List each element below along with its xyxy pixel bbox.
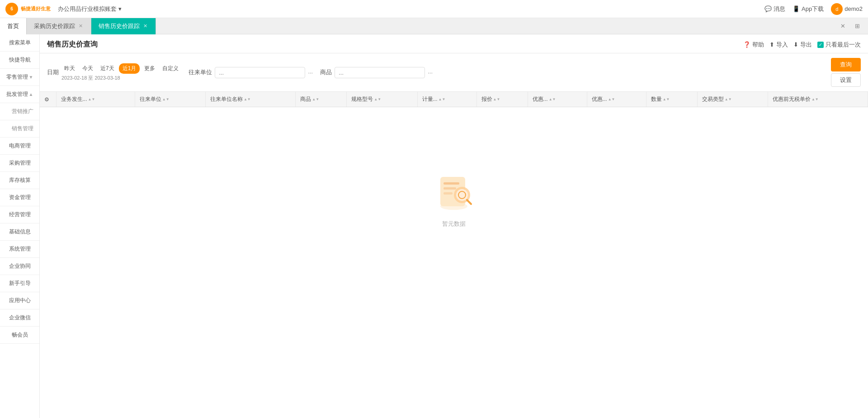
message-btn[interactable]: 💬 消息: [764, 5, 785, 13]
settings-button[interactable]: 设置: [831, 73, 861, 87]
sidebar-ecommerce-mgmt-label: 电商管理: [9, 142, 31, 150]
dropdown-icon: ▾: [118, 5, 122, 12]
th-partner-code[interactable]: 往来单位 ▲▼: [135, 92, 205, 107]
svg-rect-2: [443, 182, 459, 185]
sidebar-operations-mgmt-label: 经营管理: [9, 211, 31, 218]
sidebar-item-retail-mgmt[interactable]: 零售管理 ▼: [0, 69, 39, 86]
app-selector[interactable]: 办公用品行业模拟账套 ▾: [54, 3, 125, 15]
page-header: 销售历史价查询 ❓ 帮助 ⬆ 导入 ⬇ 导出 ✓ 只看最后一次: [40, 34, 868, 53]
tab-sales-history[interactable]: 销售历史价跟踪 ✕: [91, 18, 156, 34]
sort-arrows-discount2: ▲▼: [608, 97, 615, 101]
sidebar-enterprise-collab-label: 企业协同: [9, 262, 31, 270]
date-btn-custom[interactable]: 自定义: [160, 63, 181, 74]
top-bar-left: 6 畅捷通好生意 办公用品行业模拟账套 ▾: [5, 3, 125, 15]
th-biz-date[interactable]: 业务发生... ▲▼: [56, 92, 135, 107]
empty-icon: [431, 168, 476, 214]
sidebar-item-basic-info[interactable]: 基础信息: [0, 223, 39, 241]
app-download-btn[interactable]: 📱 App下载: [793, 5, 824, 13]
tab-sales-history-close[interactable]: ✕: [142, 22, 148, 30]
sidebar-item-marketing[interactable]: 营销推广: [0, 103, 39, 120]
sidebar-item-enterprise-collab[interactable]: 企业协同: [0, 258, 39, 275]
username: demo2: [844, 5, 863, 12]
filter-actions: 查询 设置: [831, 58, 861, 87]
th-quantity[interactable]: 数量 ▲▼: [646, 92, 697, 107]
sidebar-item-ecommerce-mgmt[interactable]: 电商管理: [0, 138, 39, 155]
th-discount2[interactable]: 优惠... ▲▼: [587, 92, 646, 107]
partner-filter-input[interactable]: [215, 67, 305, 78]
app-download-label: App下载: [802, 5, 824, 13]
svg-point-6: [456, 189, 468, 201]
export-label: 导出: [800, 41, 812, 49]
sort-arrows-spec: ▲▼: [374, 97, 381, 101]
sidebar-retail-mgmt-arrow: ▼: [29, 75, 33, 80]
sidebar-item-operations-mgmt[interactable]: 经营管理: [0, 206, 39, 223]
th-product-label: 商品: [300, 95, 311, 103]
avatar: d: [831, 3, 843, 15]
th-quoted-price[interactable]: 报价 ▲▼: [476, 92, 528, 107]
import-btn[interactable]: ⬆ 导入: [769, 41, 788, 49]
import-icon: ⬆: [769, 41, 774, 48]
th-product[interactable]: 商品 ▲▼: [296, 92, 347, 107]
tab-purchase-history-close[interactable]: ✕: [78, 22, 84, 30]
sidebar-marketing-label: 营销推广: [12, 108, 33, 115]
product-filter-input[interactable]: [335, 67, 425, 78]
svg-rect-3: [443, 187, 456, 190]
help-label: 帮助: [752, 41, 764, 49]
th-pre-tax-price[interactable]: 优惠前无税单价 ▲▼: [768, 92, 868, 107]
sidebar-search-menu-label: 搜索菜单: [9, 39, 31, 47]
sidebar-item-enterprise-wechat[interactable]: 企业微信: [0, 309, 39, 327]
sidebar-item-finance-mgmt[interactable]: 资金管理: [0, 189, 39, 206]
date-btn-7days[interactable]: 近7天: [98, 63, 117, 74]
date-btn-1month[interactable]: 近1月: [119, 63, 140, 74]
date-filter-label: 日期: [47, 68, 59, 76]
date-btn-yesterday[interactable]: 昨天: [61, 63, 78, 74]
sidebar-beginner-guide-label: 新手引导: [9, 280, 31, 287]
sidebar-item-app-center[interactable]: 应用中心: [0, 292, 39, 309]
sidebar-item-inventory[interactable]: 库存核算: [0, 172, 39, 189]
sidebar-item-system-mgmt[interactable]: 系统管理: [0, 241, 39, 258]
sidebar-purchase-mgmt-label: 采购管理: [9, 159, 31, 167]
th-partner-name[interactable]: 往来单位名称 ▲▼: [205, 92, 295, 107]
only-last-checkbox-label[interactable]: ✓ 只看最后一次: [817, 41, 861, 49]
user-area[interactable]: d demo2: [831, 3, 863, 15]
only-last-checkbox[interactable]: ✓: [817, 42, 824, 48]
table-container: ⚙ 业务发生... ▲▼ 往来单位 ▲▼: [40, 92, 868, 418]
tab-purchase-history-label: 采购历史价跟踪: [34, 22, 75, 30]
query-button[interactable]: 查询: [831, 58, 861, 71]
date-range-display: 2023-02-18 至 2023-03-18: [61, 75, 181, 81]
sidebar-enterprise-wechat-label: 企业微信: [9, 314, 31, 322]
empty-state: 暂元数据: [40, 107, 868, 288]
th-unit[interactable]: 计量... ▲▼: [417, 92, 476, 107]
help-btn[interactable]: ❓ 帮助: [743, 41, 764, 49]
th-discount1[interactable]: 优惠... ▲▼: [528, 92, 587, 107]
tab-maximize-btn[interactable]: ⊞: [852, 21, 863, 32]
sidebar-item-search-menu[interactable]: 搜索菜单: [0, 34, 39, 52]
empty-text: 暂元数据: [442, 220, 466, 228]
sidebar-item-member[interactable]: 畅会员: [0, 327, 39, 344]
th-trade-type[interactable]: 交易类型 ▲▼: [697, 92, 768, 107]
tab-close-all-btn[interactable]: ✕: [837, 21, 848, 32]
tab-home[interactable]: 首页: [0, 18, 27, 34]
th-pre-tax-price-label: 优惠前无税单价: [773, 95, 811, 103]
tab-bar: 首页 采购历史价跟踪 ✕ 销售历史价跟踪 ✕ ✕ ⊞: [0, 18, 868, 34]
sidebar-item-quick-nav[interactable]: 快捷导航: [0, 52, 39, 69]
logo-area: 6 畅捷通好生意: [5, 3, 51, 15]
only-last-label: 只看最后一次: [826, 41, 861, 49]
help-icon: ❓: [743, 41, 750, 48]
date-btn-more[interactable]: 更多: [142, 63, 158, 74]
sidebar-item-purchase-mgmt[interactable]: 采购管理: [0, 155, 39, 172]
sort-arrows-pre-tax-price: ▲▼: [811, 97, 819, 101]
product-filter-more[interactable]: ···: [428, 69, 433, 76]
sidebar-item-sales-mgmt[interactable]: 销售管理: [0, 120, 39, 138]
date-filter-group: 日期 昨天 今天 近7天 近1月 更多 自定义 2023-02-18 至 202…: [47, 63, 181, 81]
gear-icon[interactable]: ⚙: [44, 96, 49, 103]
export-btn[interactable]: ⬇ 导出: [793, 41, 812, 49]
tab-purchase-history[interactable]: 采购历史价跟踪 ✕: [27, 18, 91, 34]
partner-filter-more[interactable]: ···: [308, 69, 313, 76]
sort-arrows-partner-code: ▲▼: [162, 97, 170, 101]
partner-filter-group: 往来单位 ···: [189, 67, 313, 78]
sidebar-item-wholesale-mgmt[interactable]: 批发管理 ▲: [0, 86, 39, 103]
th-spec[interactable]: 规格型号 ▲▼: [347, 92, 417, 107]
sidebar-item-beginner-guide[interactable]: 新手引导: [0, 275, 39, 292]
date-btn-today[interactable]: 今天: [80, 63, 96, 74]
